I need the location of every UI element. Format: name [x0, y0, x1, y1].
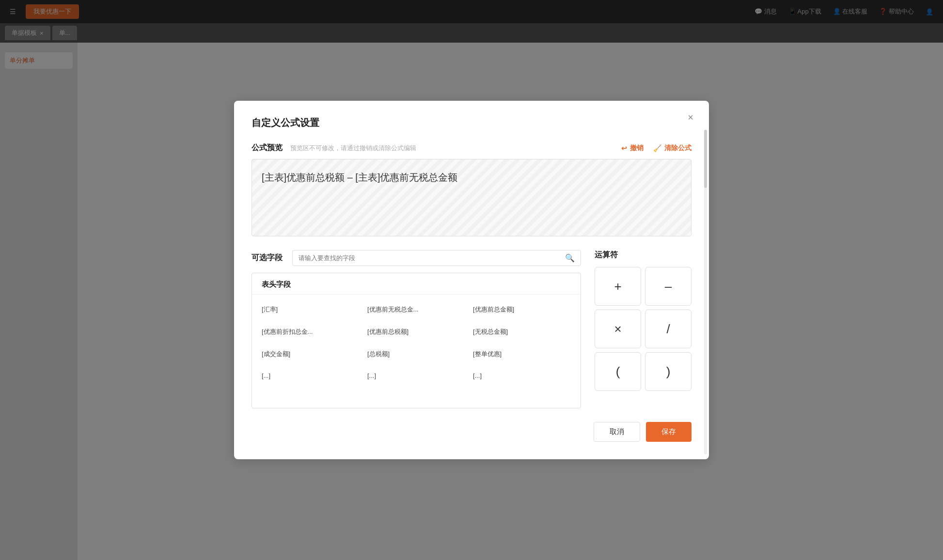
bottom-area: 可选字段 🔍 表头字段 [汇率] [优惠前无税总金... [优惠前总金额] [优…: [251, 250, 692, 408]
field-item-4[interactable]: [优惠前折扣总金...: [258, 321, 363, 343]
formula-content: [主表]优惠前总税额 – [主表]优惠前无税总金额: [262, 171, 681, 184]
search-icon: 🔍: [565, 253, 575, 263]
field-item-6[interactable]: [无税总金额]: [469, 321, 575, 343]
fields-grid: [汇率] [优惠前无税总金... [优惠前总金额] [优惠前折扣总金... [优…: [252, 295, 581, 390]
modal-dialog: 自定义公式设置 × 公式预览 预览区不可修改，请通过撤销或清除公式编辑 ↩ 撤销…: [234, 101, 709, 459]
operators-grid: + – × / ( ): [595, 267, 692, 391]
undo-label: 撤销: [630, 144, 644, 153]
formula-preview-hint: 预览区不可修改，请通过撤销或清除公式编辑: [290, 144, 416, 153]
field-item-10[interactable]: [...]: [258, 365, 363, 386]
field-item-8[interactable]: [总税额]: [363, 343, 469, 365]
search-input[interactable]: [299, 254, 561, 262]
search-box[interactable]: 🔍: [292, 250, 581, 266]
field-item-5[interactable]: [优惠前总税额]: [363, 321, 469, 343]
operators-label: 运算符: [595, 250, 692, 260]
operators-section: 运算符 + – × / ( ): [595, 250, 692, 408]
operator-plus[interactable]: +: [595, 267, 641, 306]
formula-preview-section-header: 公式预览 预览区不可修改，请通过撤销或清除公式编辑 ↩ 撤销 🧹 清除公式: [251, 143, 692, 153]
field-item-1[interactable]: [汇率]: [258, 298, 363, 321]
field-item-11[interactable]: [...]: [363, 365, 469, 386]
modal-close-btn[interactable]: ×: [684, 110, 697, 124]
clear-label: 清除公式: [664, 144, 692, 153]
fields-section-header: 可选字段 🔍: [251, 250, 581, 266]
formula-preview-box: [主表]优惠前总税额 – [主表]优惠前无税总金额: [251, 159, 692, 236]
operator-divide[interactable]: /: [645, 310, 692, 348]
formula-actions: ↩ 撤销 🧹 清除公式: [621, 144, 692, 153]
field-item-12[interactable]: [...]: [469, 365, 575, 386]
operator-close-paren[interactable]: ): [645, 352, 692, 391]
modal-footer: 取消 保存: [251, 422, 692, 442]
operator-minus[interactable]: –: [645, 267, 692, 306]
clear-icon: 🧹: [653, 144, 661, 152]
undo-btn[interactable]: ↩ 撤销: [621, 144, 644, 153]
operator-open-paren[interactable]: (: [595, 352, 641, 391]
undo-icon: ↩: [621, 144, 627, 152]
modal-overlay: 自定义公式设置 × 公式预览 预览区不可修改，请通过撤销或清除公式编辑 ↩ 撤销…: [0, 0, 943, 560]
cancel-button[interactable]: 取消: [594, 422, 640, 442]
field-item-2[interactable]: [优惠前无税总金...: [363, 298, 469, 321]
operator-multiply[interactable]: ×: [595, 310, 641, 348]
field-item-9[interactable]: [整单优惠]: [469, 343, 575, 365]
modal-title: 自定义公式设置: [251, 116, 692, 129]
fields-label: 可选字段: [251, 253, 283, 263]
fields-list-container[interactable]: 表头字段 [汇率] [优惠前无税总金... [优惠前总金额] [优惠前折扣总金.…: [251, 273, 581, 408]
modal-scrollbar: [704, 130, 707, 454]
clear-formula-btn[interactable]: 🧹 清除公式: [653, 144, 692, 153]
fields-section: 可选字段 🔍 表头字段 [汇率] [优惠前无税总金... [优惠前总金额] [优…: [251, 250, 581, 408]
save-button[interactable]: 保存: [646, 422, 692, 442]
field-item-3[interactable]: [优惠前总金额]: [469, 298, 575, 321]
modal-scrollbar-thumb: [704, 130, 707, 188]
fields-group-header: 表头字段: [252, 273, 581, 295]
field-item-7[interactable]: [成交金额]: [258, 343, 363, 365]
formula-preview-label: 公式预览: [251, 143, 283, 153]
